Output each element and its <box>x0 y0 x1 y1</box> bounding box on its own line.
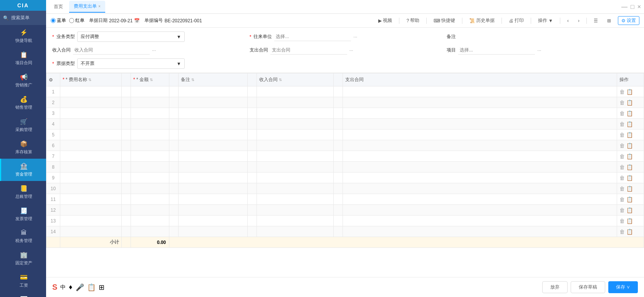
sidebar-item-project-contract[interactable]: 📋 项目合同 <box>0 47 46 70</box>
copy-icon[interactable]: 📋 <box>626 110 633 116</box>
sidebar-item-accounting[interactable]: 📒 总账管理 <box>0 181 46 203</box>
calendar-icon[interactable]: 📅 <box>134 18 140 23</box>
remark-cell[interactable] <box>179 129 248 140</box>
save-button[interactable]: 保存 ∨ <box>608 281 638 293</box>
remark-cell[interactable] <box>179 162 248 173</box>
delete-icon[interactable]: 🗑 <box>619 196 625 202</box>
expense-name-cell[interactable] <box>60 140 122 151</box>
expense-name-cell[interactable] <box>60 194 122 205</box>
delete-icon[interactable]: 🗑 <box>619 153 625 159</box>
delete-icon[interactable]: 🗑 <box>619 207 625 213</box>
tab-home[interactable]: 首页 <box>49 1 68 12</box>
remark-cell[interactable] <box>179 205 248 216</box>
amount-cell[interactable] <box>131 151 169 162</box>
remark-cell[interactable] <box>179 183 248 194</box>
amount-cell[interactable] <box>131 173 169 183</box>
copy-icon[interactable]: 📋 <box>626 132 633 138</box>
delete-icon[interactable]: 🗑 <box>619 121 625 127</box>
income-contract-cell[interactable] <box>257 194 334 205</box>
amount-cell[interactable] <box>131 205 169 216</box>
copy-icon[interactable]: 📋 <box>626 143 633 149</box>
income-contract-cell[interactable] <box>257 151 334 162</box>
amount-cell[interactable] <box>131 97 169 108</box>
delete-icon[interactable]: 🗑 <box>619 164 625 170</box>
income-contract-cell[interactable] <box>257 129 334 140</box>
footer-icon-zh[interactable]: 中 <box>60 284 66 291</box>
remark-cell[interactable] <box>179 140 248 151</box>
delete-icon[interactable]: 🗑 <box>619 175 625 181</box>
tab-close-icon[interactable]: × <box>98 4 101 8</box>
prev-btn[interactable]: ‹ <box>565 17 571 24</box>
sidebar-item-fixed-assets[interactable]: 🏢 固定资产 <box>0 247 46 270</box>
delete-icon[interactable]: 🗑 <box>619 100 625 106</box>
next-btn[interactable]: › <box>576 17 582 24</box>
remark-cell[interactable] <box>179 226 248 237</box>
history-btn[interactable]: 📜 历史单据 <box>467 17 497 25</box>
remark-cell[interactable] <box>179 86 248 97</box>
copy-icon[interactable]: 📋 <box>626 218 633 224</box>
expense-contract-input[interactable] <box>270 46 347 55</box>
expense-contract-cell[interactable] <box>343 86 617 97</box>
footer-icon-clipboard[interactable]: 📋 <box>87 283 96 292</box>
expense-name-cell[interactable] <box>60 183 122 194</box>
list-view-btn[interactable]: ☰ <box>591 17 600 24</box>
amount-cell[interactable] <box>131 216 169 226</box>
expense-contract-cell[interactable] <box>343 173 617 183</box>
sidebar-item-salary[interactable]: 💳 工资 <box>0 270 46 292</box>
print-btn[interactable]: 🖨 打印 <box>507 17 526 25</box>
delete-icon[interactable]: 🗑 <box>619 89 625 95</box>
radio-red-label[interactable]: 红单 <box>69 17 84 24</box>
delete-icon[interactable]: 🗑 <box>619 110 625 116</box>
copy-icon[interactable]: 📋 <box>626 164 633 170</box>
delete-icon[interactable]: 🗑 <box>619 229 625 235</box>
radio-blue-input[interactable] <box>51 18 56 23</box>
expense-contract-cell[interactable] <box>343 216 617 226</box>
expense-name-cell[interactable] <box>60 108 122 119</box>
remark-cell[interactable] <box>179 97 248 108</box>
grid-view-btn[interactable]: ⊞ <box>605 17 613 24</box>
expense-contract-cell[interactable] <box>343 97 617 108</box>
amount-cell[interactable] <box>131 226 169 237</box>
maximize-icon[interactable]: □ <box>631 3 634 10</box>
income-contract-cell[interactable] <box>257 173 334 183</box>
sort-icon-3[interactable]: ⇅ <box>191 78 194 82</box>
sidebar-item-capital[interactable]: 🏦 资金管理 <box>0 159 46 181</box>
amount-cell[interactable] <box>131 86 169 97</box>
sort-icon-2[interactable]: ⇅ <box>150 78 153 82</box>
copy-icon[interactable]: 📋 <box>626 175 633 181</box>
tab-expense[interactable]: 费用支出单 × <box>69 1 105 13</box>
remark-cell[interactable] <box>179 216 248 226</box>
expense-contract-cell[interactable] <box>343 194 617 205</box>
counterparty-input[interactable] <box>274 32 351 41</box>
income-contract-cell[interactable] <box>257 162 334 173</box>
radio-blue-label[interactable]: 蓝单 <box>51 17 66 24</box>
amount-cell[interactable] <box>131 140 169 151</box>
expense-name-cell[interactable] <box>60 216 122 226</box>
minimize-icon[interactable]: — <box>621 3 627 10</box>
footer-icon-s[interactable]: S <box>52 283 57 292</box>
delete-icon[interactable]: 🗑 <box>619 132 625 138</box>
income-contract-cell[interactable] <box>257 86 334 97</box>
remark-cell[interactable] <box>179 119 248 129</box>
shortcut-btn[interactable]: ⌨ 快捷键 <box>431 17 457 25</box>
col-gear[interactable]: ⚙ <box>46 73 60 86</box>
expense-contract-cell[interactable] <box>343 226 617 237</box>
biz-type-select[interactable]: 应付调整 ▼ <box>77 32 185 42</box>
income-contract-cell[interactable] <box>257 205 334 216</box>
footer-icon-grid[interactable]: ⊞ <box>99 283 104 292</box>
copy-icon[interactable]: 📋 <box>626 229 633 235</box>
expense-name-cell[interactable] <box>60 97 122 108</box>
income-contract-cell[interactable] <box>257 226 334 237</box>
expense-contract-cell[interactable] <box>343 205 617 216</box>
help-btn[interactable]: ? 帮助 <box>404 17 422 25</box>
expense-name-cell[interactable] <box>60 173 122 183</box>
sidebar-item-inventory[interactable]: 📦 库存核算 <box>0 136 46 159</box>
remark-cell[interactable] <box>179 151 248 162</box>
expense-contract-cell[interactable] <box>343 108 617 119</box>
project-input[interactable] <box>458 46 535 55</box>
radio-red-input[interactable] <box>69 18 74 23</box>
expense-contract-cell[interactable] <box>343 140 617 151</box>
date-value[interactable]: 2022-09-21 <box>109 18 132 23</box>
amount-cell[interactable] <box>131 129 169 140</box>
expense-name-cell[interactable] <box>60 119 122 129</box>
